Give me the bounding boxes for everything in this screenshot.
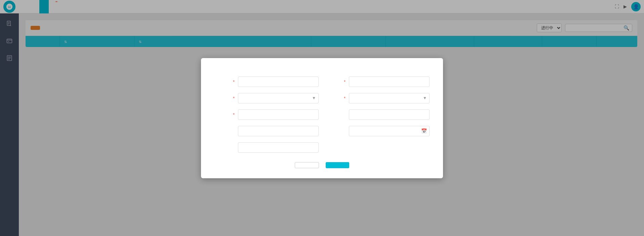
form-row-3 (214, 109, 430, 120)
input-person-in-charge[interactable] (349, 109, 430, 120)
form-field-amount (214, 109, 319, 120)
form-field-remark (214, 142, 319, 153)
input-customer-name[interactable] (238, 77, 319, 87)
form-field-signer (214, 126, 319, 136)
form-field-person-in-charge (325, 109, 430, 120)
date-wrap: 📅 (349, 126, 430, 136)
input-contract-no[interactable] (349, 77, 430, 87)
calendar-icon[interactable]: 📅 (421, 128, 427, 134)
label-service-type (214, 96, 235, 101)
form-row-4: 📅 (214, 126, 430, 136)
select-service-item[interactable] (349, 93, 430, 103)
cancel-button[interactable] (295, 162, 319, 168)
form-field-customer-name (214, 77, 319, 87)
input-signer[interactable] (238, 126, 319, 136)
label-service-item (325, 96, 346, 101)
form-field-sign-date: 📅 (325, 126, 430, 136)
modal-dialog: ▼ ▼ (201, 58, 443, 178)
form-field-service-item: ▼ (325, 93, 430, 103)
service-type-wrap: ▼ (238, 93, 319, 103)
label-customer-name (214, 79, 235, 84)
form-field-service-type: ▼ (214, 93, 319, 103)
label-contract-no (325, 79, 346, 84)
form-row-2: ▼ ▼ (214, 93, 430, 103)
modal-overlay: ▼ ▼ (19, 13, 644, 236)
select-service-type[interactable] (238, 93, 319, 103)
modal-form: ▼ ▼ (214, 77, 430, 153)
form-field-contract-no (325, 77, 430, 87)
service-item-wrap: ▼ (349, 93, 430, 103)
label-amount (214, 112, 235, 117)
form-row-1 (214, 77, 430, 87)
modal-footer (214, 162, 430, 168)
confirm-button[interactable] (326, 162, 349, 168)
form-row-5 (214, 142, 430, 153)
main-content: 进行中 已完成 已终止 🔍 ⇅ (19, 13, 644, 236)
input-sign-date[interactable] (349, 126, 430, 136)
layout: 进行中 已完成 已终止 🔍 ⇅ (0, 13, 644, 236)
input-remark[interactable] (238, 142, 319, 153)
input-amount[interactable] (238, 109, 319, 120)
